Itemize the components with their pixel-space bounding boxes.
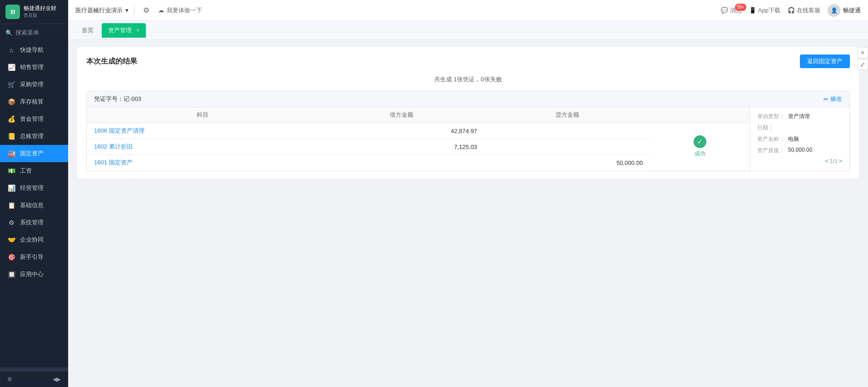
sidebar-scrollbar: [0, 367, 68, 371]
sidebar-item-label: 经营管理: [20, 184, 44, 192]
row1-credit: [484, 123, 650, 139]
avatar: 👤: [828, 4, 840, 17]
ledger-icon: 📒: [7, 133, 15, 140]
sidebar-item-label: 总账管理: [20, 132, 44, 140]
sidebar-toggle-button[interactable]: ◀▶: [53, 376, 61, 382]
sales-icon: 📈: [7, 64, 15, 71]
sidebar-item-sales[interactable]: 📈 销售管理: [0, 59, 68, 76]
expand-panel-button[interactable]: ⤢: [857, 59, 868, 70]
sidebar-item-system[interactable]: ⚙ 系统管理: [0, 214, 68, 231]
tab-home[interactable]: 首页: [75, 23, 100, 38]
row1-debit: 42,874.97: [319, 123, 485, 139]
sidebar-item-basic-info[interactable]: 📋 基础信息: [0, 197, 68, 214]
sidebar-item-fixed-assets[interactable]: 🏭 固定资产: [0, 145, 68, 162]
edit-label: 修改: [830, 95, 842, 103]
sidebar-item-guide[interactable]: 🎯 新手引导: [0, 248, 68, 266]
sidebar-item-app-center[interactable]: 🔲 应用中心: [0, 266, 68, 283]
change-type-row: 变动类型： 资产清理: [757, 113, 842, 120]
inventory-icon: 📦: [7, 98, 15, 105]
subject-link-1[interactable]: 1606 固定资产清理: [94, 127, 144, 134]
search-menu[interactable]: 🔍 搜索菜单: [0, 24, 68, 41]
sidebar-item-quick-nav[interactable]: ⌂ 快捷导航: [0, 41, 68, 59]
username: 畅捷通: [843, 6, 861, 15]
sidebar-item-label: 固定资产: [20, 149, 44, 158]
voucher-layout: 科目 借方金额 贷方金额 1606 固定资产清理: [87, 107, 849, 171]
col-header-status: [650, 107, 749, 123]
tab-asset-management[interactable]: 资产管理 ×: [102, 23, 146, 38]
col-header-credit: 贷方金额: [484, 107, 650, 123]
col-header-subject: 科目: [87, 107, 319, 123]
sidebar-item-enterprise[interactable]: 🤝 企业协同: [0, 231, 68, 248]
voucher-header: 凭证字号：记-003 ✏ 修改: [87, 91, 849, 107]
voucher-right-info: 变动类型： 资产清理 日期： 资产名称： 电脑 资产原值：: [749, 107, 849, 171]
close-panel-button[interactable]: ×: [857, 47, 868, 58]
row1-subject: 1606 固定资产清理: [87, 123, 319, 139]
app-download-label: App下载: [758, 6, 780, 15]
row3-subject: 1601 固定资产: [87, 155, 319, 171]
tab-close-button[interactable]: ×: [136, 27, 139, 34]
row3-credit: 50,000.00: [484, 155, 650, 171]
page-info: 1/1: [830, 158, 839, 164]
page-title: 本次生成的结果: [86, 57, 137, 66]
topbar: 医疗器械行业演示 ▾ ⚙ ☁ 我要体验一下 💬 消息 99+ 📱 App下载 🎧…: [68, 0, 868, 21]
system-icon: ⚙: [7, 219, 15, 226]
next-page-button[interactable]: >: [839, 158, 842, 164]
row3-debit: [319, 155, 485, 171]
sidebar-footer: ⚙ ◀▶: [0, 371, 68, 387]
settings-footer-icon[interactable]: ⚙: [7, 376, 12, 382]
app-center-icon: 🔲: [7, 271, 15, 278]
row2-subject: 1602 累计折旧: [87, 139, 319, 155]
voucher-block: 凭证字号：记-003 ✏ 修改 科目 借方金额 贷: [86, 91, 850, 171]
sidebar-item-finance[interactable]: 💰 资金管理: [0, 110, 68, 128]
result-summary: 共生成 1张凭证，0张失败: [86, 75, 850, 84]
sidebar-item-label: 工资: [20, 167, 32, 175]
search-label: 搜索菜单: [15, 29, 39, 37]
sidebar-item-label: 企业协同: [20, 236, 44, 244]
panel-controls: × ⤢: [857, 47, 868, 70]
sidebar-item-ledger[interactable]: 📒 总账管理: [0, 128, 68, 145]
sidebar-item-label: 库存核算: [20, 98, 44, 106]
home-icon: ⌂: [7, 46, 15, 54]
table-header-row: 科目 借方金额 贷方金额: [87, 107, 749, 123]
sidebar-item-label: 基础信息: [20, 201, 44, 209]
message-icon: 💬: [721, 7, 728, 14]
asset-name-row: 资产名称： 电脑: [757, 135, 842, 143]
settings-button[interactable]: ⚙: [140, 4, 153, 17]
app-download-button[interactable]: 📱 App下载: [749, 6, 780, 15]
sidebar-item-operations[interactable]: 📊 经营管理: [0, 179, 68, 197]
app-name: 畅捷通好业财: [24, 5, 56, 12]
message-button[interactable]: 💬 消息 99+: [721, 6, 742, 15]
result-panel-header: 本次生成的结果 返回固定资产: [86, 55, 850, 68]
phone-icon: 📱: [749, 7, 756, 14]
voucher-edit-button[interactable]: ✏ 修改: [823, 95, 842, 103]
voucher-table: 科目 借方金额 贷方金额 1606 固定资产清理: [87, 107, 749, 171]
subject-link-2[interactable]: 1602 累计折旧: [94, 143, 133, 150]
sidebar-item-payroll[interactable]: 💵 工资: [0, 162, 68, 179]
user-menu[interactable]: 👤 畅捷通: [828, 4, 861, 17]
prev-page-button[interactable]: <: [825, 158, 828, 164]
subject-link-3[interactable]: 1601 固定资产: [94, 159, 133, 166]
sidebar-item-label: 销售管理: [20, 63, 44, 71]
return-button[interactable]: 返回固定资产: [800, 55, 850, 68]
row2-debit: 7,125.03: [319, 139, 485, 155]
voucher-number: 凭证字号：记-003: [94, 95, 141, 103]
experience-label: 我要体验一下: [167, 6, 202, 15]
edit-icon: ✏: [823, 96, 828, 103]
page-content: 本次生成的结果 返回固定资产 共生成 1张凭证，0张失败 凭证字号：记-003 …: [68, 40, 868, 387]
basic-info-icon: 📋: [7, 202, 15, 209]
company-selector[interactable]: 医疗器械行业演示 ▾: [75, 6, 129, 15]
row2-credit: [484, 139, 650, 155]
sidebar-item-label: 快捷导航: [20, 46, 44, 54]
experience-button[interactable]: ☁ 我要体验一下: [158, 6, 202, 15]
date-row: 日期：: [757, 124, 842, 132]
asset-name-label: 资产名称：: [757, 135, 784, 143]
sidebar-item-purchase[interactable]: 🛒 采购管理: [0, 76, 68, 93]
customer-service-button[interactable]: 🎧 在线客服: [788, 6, 820, 15]
voucher-left: 科目 借方金额 贷方金额 1606 固定资产清理: [87, 107, 749, 171]
dropdown-icon: ▾: [125, 7, 129, 14]
voucher-pagination: < 1/1 >: [757, 158, 842, 164]
operations-icon: 📊: [7, 184, 15, 192]
sidebar-item-inventory[interactable]: 📦 库存核算: [0, 93, 68, 110]
main-area: 医疗器械行业演示 ▾ ⚙ ☁ 我要体验一下 💬 消息 99+ 📱 App下载 🎧…: [68, 0, 868, 387]
success-label: 成功: [694, 150, 705, 158]
